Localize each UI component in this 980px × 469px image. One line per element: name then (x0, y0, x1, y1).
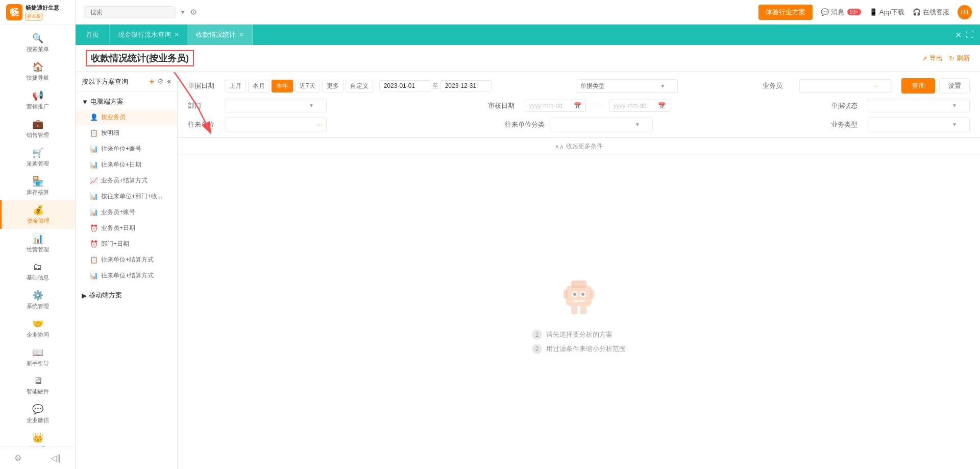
scheme-settings-btn[interactable]: ⚙ (157, 77, 164, 86)
tab-home[interactable]: 首页 (76, 25, 110, 45)
scheme-group-mobile-header[interactable]: ▶ 移动端方案 (76, 288, 177, 303)
scheme-item-by-salesperson[interactable]: 👤 按业务员 (76, 109, 177, 125)
sidebar-item-member[interactable]: 👑 畅会员 (0, 428, 75, 447)
tab-close-collection-stats[interactable]: ✕ (239, 31, 244, 38)
collapse-more-btn[interactable]: ∧∧ 收起更多条件 (555, 142, 603, 151)
add-scheme-btn[interactable]: + (150, 77, 154, 86)
query-button[interactable]: 查询 (901, 78, 935, 93)
content-area: 收款情况统计(按业务员) ↗ 导出 ↻ 刷新 按以下方案查询 + (76, 45, 980, 469)
scheme-item-salesperson-account[interactable]: 📊 业务员+账号 (76, 204, 177, 220)
settings-footer-btn[interactable]: ⚙ (14, 453, 21, 463)
svg-rect-7 (564, 290, 568, 299)
custom-date-btn[interactable]: 自定义 (346, 80, 373, 92)
more-date-btn[interactable]: 更多 (322, 80, 344, 92)
last-month-btn[interactable]: 上月 (225, 80, 246, 92)
sidebar-item-finance[interactable]: 💰 资金管理 (0, 200, 75, 229)
collapse-icon: ∧∧ (555, 143, 564, 150)
sidebar-item-quick-nav[interactable]: 🏠 快捷导航 (0, 57, 75, 86)
empty-robot-icon (553, 270, 604, 321)
system-icon: ⚙️ (32, 290, 43, 301)
sidebar-item-system[interactable]: ⚙️ 系统管理 (0, 286, 75, 314)
doc-status-select[interactable]: ▼ (868, 99, 970, 112)
filter-row-2: 部门 ▼ 审核日期 yyyy-mm-dd 📅 — (188, 99, 970, 112)
scheme-item-by-detail[interactable]: 📋 按明细 (76, 125, 177, 141)
export-icon: ↗ (922, 55, 927, 62)
sidebar-item-wechat[interactable]: 💬 企业微信 (0, 400, 75, 428)
basic-icon: 🗂 (33, 262, 42, 272)
collapse-footer-btn[interactable]: ◁∥ (51, 453, 61, 463)
page-header: 收款情况统计(按业务员) ↗ 导出 ↻ 刷新 (76, 45, 980, 72)
partner-input[interactable]: ··· (225, 118, 327, 131)
sidebar-item-inventory[interactable]: 🏪 库存核算 (0, 172, 75, 200)
salesperson-more-btn[interactable]: ··· (873, 82, 878, 89)
scheme-item-salesperson-date[interactable]: ⏰ 业务员+日期 (76, 220, 177, 236)
sidebar-item-marketing[interactable]: 📢 营销推广 (0, 86, 75, 114)
tabbar: 首页 现金银行流水查询 ✕ 收款情况统计 ✕ ✕ ⛶ (76, 25, 980, 45)
sales-icon: 💼 (32, 119, 43, 130)
service-icon: 🎧 (913, 8, 921, 16)
topbar-left: ▼ ⚙ (84, 6, 197, 18)
sidebar-item-operation[interactable]: 📊 经营管理 (0, 229, 75, 257)
detail-icon: 📋 (90, 129, 98, 137)
left-panel-action-group: + ⚙ « (150, 77, 171, 86)
salesperson-account-icon: 📊 (90, 208, 98, 216)
search-input[interactable] (84, 6, 176, 18)
tab-collection-stats[interactable]: 收款情况统计 ✕ (188, 25, 253, 45)
app-download-btn[interactable]: 📱 App下载 (869, 8, 904, 17)
finance-icon: 💰 (33, 204, 44, 216)
date-from-input[interactable] (379, 80, 430, 91)
home-icon: 🏠 (32, 61, 43, 73)
this-year-btn[interactable]: 本年 (272, 80, 293, 92)
sidebar-item-hardware[interactable]: 🖥 智能硬件 (0, 371, 75, 400)
audit-date-to[interactable]: yyyy-mm-dd 📅 (609, 100, 670, 112)
dept-select[interactable]: ▼ (225, 99, 327, 112)
salesperson-select[interactable]: ··· (799, 79, 891, 93)
scheme-group-pc-header[interactable]: ▼ 电脑端方案 (76, 94, 177, 109)
gear-icon[interactable]: ⚙ (190, 7, 197, 17)
scheme-item-salesperson-settlement[interactable]: 📈 业务员+结算方式 (76, 173, 177, 189)
expand-tabs-btn[interactable]: ⛶ (966, 30, 974, 39)
close-all-tabs-btn[interactable]: ✕ (955, 30, 962, 40)
scheme-item-dept-date[interactable]: ⏰ 部门+日期 (76, 236, 177, 252)
left-panel-title: 按以下方案查询 (82, 77, 128, 86)
dept-arrow: ▼ (309, 103, 314, 108)
sidebar-item-basic[interactable]: 🗂 基础信息 (0, 257, 75, 286)
set-button[interactable]: 设置 (939, 78, 970, 93)
tab-bank-flow[interactable]: 现金银行流水查询 ✕ (110, 25, 188, 45)
audit-date-from[interactable]: yyyy-mm-dd 📅 (525, 100, 586, 112)
sidebar-item-enterprise[interactable]: 🤝 企业协同 (0, 314, 75, 343)
partner-dept-icon: 📊 (90, 193, 98, 200)
scheme-item-partner-settlement1[interactable]: 📋 往来单位+结算方式 (76, 252, 177, 268)
page-title: 收款情况统计(按业务员) (86, 50, 194, 66)
export-button[interactable]: ↗ 导出 (922, 54, 943, 63)
doc-type-select[interactable]: 单据类型 ▼ (576, 79, 678, 93)
sidebar-item-search[interactable]: 🔍 搜索菜单 (0, 29, 75, 57)
logo-text: 畅捷通好生意 标准版 (26, 4, 59, 20)
partner-more-icon[interactable]: ··· (317, 121, 322, 128)
sidebar-item-purchase[interactable]: 🛒 采购管理 (0, 143, 75, 172)
message-btn[interactable]: 💬 消息 99+ (821, 8, 861, 17)
online-service-btn[interactable]: 🎧 在线客服 (913, 8, 949, 17)
sidebar: 畅 畅捷通好生意 标准版 🔍 搜索菜单 🏠 快捷导航 📢 营销推广 💼 销售管理… (0, 0, 76, 469)
sidebar-footer: ⚙ ◁∥ (0, 447, 75, 469)
date-to-input[interactable] (440, 80, 492, 91)
business-type-label: 业务类型 (831, 120, 862, 129)
scheme-item-partner-date[interactable]: 📊 往来单位+日期 (76, 157, 177, 173)
business-type-select[interactable]: ▼ (868, 118, 970, 131)
scheme-item-partner-settlement2[interactable]: 📊 往来单位+结算方式 (76, 268, 177, 284)
refresh-button[interactable]: ↻ 刷新 (949, 54, 970, 63)
scheme-item-partner-account[interactable]: 📊 往来单位+账号 (76, 141, 177, 157)
partner-settlement1-icon: 📋 (90, 256, 98, 264)
page-actions: ↗ 导出 ↻ 刷新 (922, 54, 970, 63)
filter-row-1: 单据日期 上月 本月 本年 近7天 更多 自定义 至 (188, 78, 970, 93)
sidebar-item-sales[interactable]: 💼 销售管理 (0, 114, 75, 143)
collapse-panel-btn[interactable]: « (167, 77, 171, 86)
trial-button[interactable]: 体验行业方案 (758, 5, 813, 20)
user-avatar[interactable]: Rit (958, 5, 972, 19)
partner-category-select[interactable]: ▼ (551, 118, 653, 131)
scheme-item-partner-dept-collection[interactable]: 📊 按往来单位+部门+收... (76, 189, 177, 204)
this-month-btn[interactable]: 本月 (248, 80, 270, 92)
last-7-days-btn[interactable]: 近7天 (295, 80, 320, 92)
sidebar-item-guide[interactable]: 📖 新手引导 (0, 343, 75, 371)
tab-close-bank-flow[interactable]: ✕ (174, 31, 179, 38)
